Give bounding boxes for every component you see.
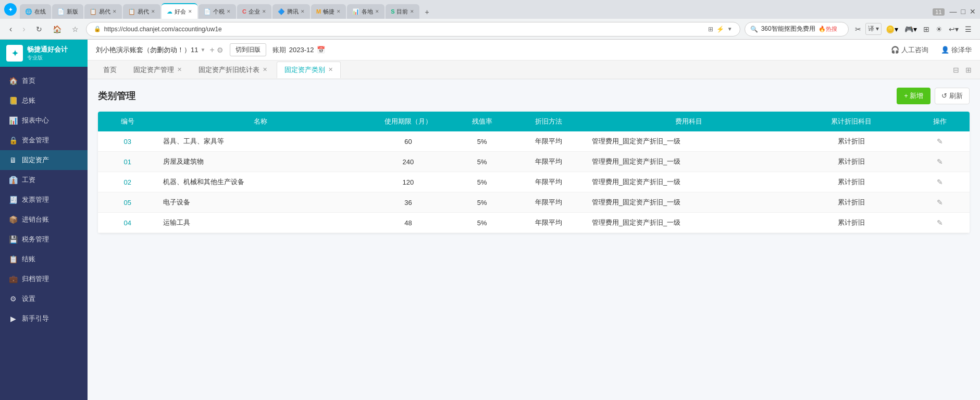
sidebar-item-archive[interactable]: 💼 归档管理 — [0, 269, 88, 289]
translate-icon[interactable]: 译 ▾ — [865, 23, 882, 35]
tab-geshui[interactable]: 📄个税 ✕ — [199, 4, 236, 19]
tab-fixed-assets-mgmt[interactable]: 固定资产管理 ✕ — [126, 62, 189, 78]
tab-home[interactable]: 首页 — [96, 62, 124, 78]
col-header-action: 操作 — [911, 112, 970, 131]
grid-icon[interactable]: ⊞ — [921, 24, 932, 34]
sidebar-item-tax[interactable]: 💾 税务管理 — [0, 229, 88, 249]
tab-count-badge: 11 — [933, 8, 944, 16]
scissors-icon[interactable]: ✂ — [853, 24, 863, 34]
collapse-icon[interactable]: ⊟ — [953, 66, 959, 74]
menu-icon[interactable]: ☰ — [963, 24, 974, 34]
dropdown-icon[interactable]: ▼ — [727, 26, 733, 32]
cell-action: ✎ — [911, 172, 970, 192]
tab-asset-category[interactable]: 固定资产类别 ✕ — [277, 62, 341, 78]
add-button[interactable]: + 新增 — [897, 88, 931, 104]
back-button[interactable]: ‹ — [6, 23, 15, 35]
sidebar-item-inventory[interactable]: 📦 进销台账 — [0, 210, 88, 229]
sidebar-item-guide[interactable]: ▶ 新手引导 — [0, 309, 88, 329]
tab-gedi[interactable]: 📊各地 ✕ — [347, 4, 384, 19]
tab-yidai1[interactable]: 📋易代 ✕ — [84, 4, 122, 19]
close-icon[interactable]: ✕ — [113, 9, 117, 14]
tab-depreciation-table[interactable]: 固定资产折旧统计表 ✕ — [191, 62, 275, 78]
sidebar-item-funds[interactable]: 🔒 资金管理 — [0, 130, 88, 150]
coin-icon[interactable]: 🪙▾ — [884, 24, 900, 34]
title-actions: + 新增 ↺ 刷新 — [897, 88, 970, 104]
home-button[interactable]: 🏠 — [49, 24, 65, 34]
close-tab-icon[interactable]: ✕ — [177, 66, 182, 73]
ledger-icon: 📒 — [8, 96, 18, 105]
close-tab-icon[interactable]: ✕ — [328, 66, 333, 73]
expand-icon[interactable]: ⊞ — [965, 66, 972, 74]
page-title: 类别管理 — [98, 90, 135, 102]
edit-button[interactable]: ✎ — [937, 219, 943, 227]
calendar-icon[interactable]: 📅 — [317, 46, 325, 54]
cell-residual: 5% — [453, 131, 512, 152]
tab-xinban[interactable]: 📄新版 — [52, 4, 83, 19]
refresh-button[interactable]: ↺ 刷新 — [935, 88, 970, 104]
dropdown-arrow[interactable]: ▼ — [200, 47, 205, 53]
sidebar-item-payroll[interactable]: 👔 工资 — [0, 170, 88, 190]
close-button[interactable]: ✕ — [970, 7, 976, 16]
forward-button[interactable]: › — [19, 23, 28, 35]
tab-yidai2[interactable]: 📋易代 ✕ — [123, 4, 160, 19]
brightness-icon[interactable]: ☀ — [934, 24, 945, 34]
table-row: 04运输工具485%年限平均管理费用_固定资产折旧_一级累计折旧✎ — [98, 213, 970, 233]
search-bar[interactable]: 🔍 360智能抠图免费用 🔥热搜 — [745, 22, 849, 37]
switch-version-button[interactable]: 切到旧版 — [230, 43, 266, 56]
close-icon[interactable]: ✕ — [262, 9, 266, 14]
sidebar-item-fixed-assets[interactable]: 🖥 固定资产 — [0, 150, 88, 170]
url-bar[interactable]: 🔒 https://cloud.chanjet.com/accounting/u… — [86, 22, 740, 37]
close-icon[interactable]: ✕ — [375, 9, 379, 14]
sidebar-item-settings[interactable]: ⚙ 设置 — [0, 289, 88, 309]
table-row: 05电子设备365%年限平均管理费用_固定资产折旧_一级累计折旧✎ — [98, 192, 970, 213]
undo-icon[interactable]: ↩▾ — [947, 24, 961, 34]
tab-muqian[interactable]: S目前 ✕ — [386, 4, 419, 19]
cell-residual: 5% — [453, 213, 512, 233]
edit-button[interactable]: ✎ — [937, 157, 943, 166]
site-info-icon[interactable]: ⊞ — [708, 26, 713, 33]
close-icon[interactable]: ✕ — [188, 9, 192, 14]
cell-id: 01 — [98, 152, 157, 172]
add-account-btn[interactable]: + — [209, 45, 214, 55]
cell-action: ✎ — [911, 213, 970, 233]
new-tab-button[interactable]: + — [420, 5, 433, 19]
tab-changjie[interactable]: M畅捷 ✕ — [311, 4, 346, 19]
sidebar-item-closing[interactable]: 📋 结账 — [0, 249, 88, 269]
sidebar-item-home[interactable]: 🏠 首页 — [0, 71, 88, 91]
edit-button[interactable]: ✎ — [937, 178, 943, 186]
tab-qiye[interactable]: C企业 ✕ — [237, 4, 271, 19]
game-icon[interactable]: 🎮▾ — [902, 24, 919, 34]
close-icon[interactable]: ✕ — [151, 9, 155, 14]
reload-button[interactable]: ↻ — [33, 24, 45, 34]
cell-method: 年限平均 — [512, 192, 586, 213]
close-icon[interactable]: ✕ — [227, 9, 231, 14]
close-icon[interactable]: ✕ — [301, 9, 305, 14]
table-row: 03器具、工具、家具等605%年限平均管理费用_固定资产折旧_一级累计折旧✎ — [98, 131, 970, 152]
sidebar-item-ledger[interactable]: 📒 总账 — [0, 91, 88, 111]
close-icon[interactable]: ✕ — [410, 9, 414, 14]
close-tab-icon[interactable]: ✕ — [263, 66, 267, 73]
user-avatar[interactable]: 👤 徐泽华 — [941, 45, 972, 55]
sidebar-item-invoice[interactable]: 🧾 发票管理 — [0, 190, 88, 210]
edit-button[interactable]: ✎ — [937, 198, 943, 207]
sidebar-item-reports[interactable]: 📊 报表中心 — [0, 111, 88, 130]
sidebar-logo-text: 畅捷通好会计 — [27, 45, 68, 54]
tab-tencent[interactable]: 🔷腾讯 ✕ — [272, 4, 310, 19]
cell-months: 36 — [364, 192, 452, 213]
tab-zaixian[interactable]: 🌐在线 — [20, 4, 51, 19]
bookmark-button[interactable]: ☆ — [69, 24, 82, 34]
edit-button[interactable]: ✎ — [937, 137, 943, 146]
settings-btn[interactable]: ⚙ — [217, 46, 224, 54]
cell-method: 年限平均 — [512, 152, 586, 172]
person-icon: 👤 — [941, 46, 949, 54]
close-icon[interactable]: ✕ — [337, 9, 341, 14]
service-btn[interactable]: 🎧 人工咨询 — [891, 45, 928, 55]
search-icon: 🔍 — [750, 26, 758, 33]
cell-id: 03 — [98, 131, 157, 152]
tab-haohui[interactable]: ☁好会 ✕ — [162, 3, 197, 19]
col-header-method: 折旧方法 — [512, 112, 586, 131]
col-header-id: 编号 — [98, 112, 157, 131]
maximize-button[interactable]: □ — [961, 7, 965, 16]
minimize-button[interactable]: — — [950, 7, 957, 16]
invoice-icon: 🧾 — [8, 195, 18, 204]
